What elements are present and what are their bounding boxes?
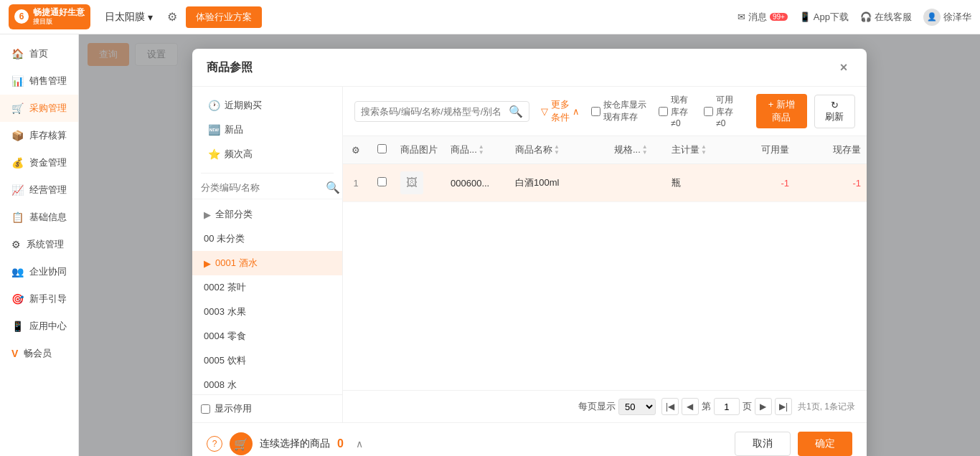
headset-icon: 🎧 (860, 11, 872, 22)
category-0001[interactable]: ▶ 0001 酒水 (192, 251, 342, 275)
pg-prev-button[interactable]: ◀ (682, 398, 699, 415)
category-0002[interactable]: 0002 茶叶 (192, 275, 342, 300)
page-number-input[interactable] (714, 398, 740, 415)
pagination-controls: |◀ ◀ 第 页 ▶ ▶| (661, 398, 792, 415)
checkbox-available-label: 可用库存≠0 (716, 94, 742, 128)
col-code-label: 商品... (451, 143, 477, 156)
select-all-checkbox[interactable] (377, 144, 387, 153)
category-0004[interactable]: 0004 零食 (192, 324, 342, 348)
table-row[interactable]: 1 🖼 000600... 白酒100ml (343, 164, 867, 202)
row-checkbox[interactable] (377, 177, 387, 186)
sidebar-item-finance[interactable]: 💰 资金管理 (0, 149, 78, 176)
checkbox-available[interactable]: 可用库存≠0 (704, 94, 742, 128)
sidebar: 🏠 首页 📊 销售管理 🛒 采购管理 📦 库存核算 💰 资金管理 📈 经营管理 … (0, 34, 79, 456)
sidebar-label-system: 系统管理 (27, 238, 64, 251)
checkbox-available-input[interactable] (704, 107, 713, 116)
modal-close-button[interactable]: × (835, 59, 852, 76)
cell-checkbox[interactable] (369, 164, 395, 202)
checkbox-warehouse[interactable]: 按仓库显示现有库存 (591, 99, 651, 123)
sort-icon-code: ▲▼ (479, 144, 484, 156)
col-code[interactable]: 商品... ▲▼ (445, 136, 509, 164)
sidebar-item-guide[interactable]: 🎯 新手引导 (0, 285, 78, 313)
sidebar-label-basic: 基础信息 (29, 211, 67, 224)
new-icon: 🆕 (208, 124, 220, 136)
filter-label: 更多条件 (551, 98, 570, 124)
show-disabled-label[interactable]: 显示停用 (215, 402, 252, 415)
category-00[interactable]: 00 未分类 (192, 227, 342, 251)
col-available[interactable]: 可用量 (723, 136, 795, 164)
sidebar-label-sales: 销售管理 (29, 75, 67, 87)
show-disabled-checkbox[interactable] (201, 404, 210, 414)
sidebar-label-business: 经营管理 (29, 184, 67, 196)
trial-button[interactable]: 体验行业方案 (186, 6, 262, 28)
sidebar-item-home[interactable]: 🏠 首页 (0, 40, 78, 67)
help-icon[interactable]: ? (207, 436, 222, 452)
sidebar-item-business[interactable]: 📈 经营管理 (0, 176, 78, 204)
pg-next-button[interactable]: ▶ (755, 398, 772, 415)
checkbox-stock[interactable]: 现有库存≠0 (659, 94, 697, 128)
sort-icon-unit: ▲▼ (701, 144, 707, 156)
sidebar-item-member[interactable]: V 畅会员 (0, 340, 78, 367)
per-page-select[interactable]: 每页显示 50 100 200 (578, 399, 656, 415)
pg-last-button[interactable]: ▶| (775, 398, 792, 415)
modal-action-bar: ? 🛒 连续选择的商品 0 ∧ 取消 确定 (192, 422, 867, 456)
refresh-button[interactable]: ↻ 刷新 (814, 95, 855, 128)
system-icon: ⚙ (11, 239, 21, 250)
category-0004-label: 0004 零食 (204, 330, 246, 343)
sidebar-label-inventory: 库存核算 (29, 129, 67, 142)
sidebar-label-collab: 企业协同 (29, 265, 67, 278)
category-all[interactable]: ▶ 全部分类 (192, 202, 342, 227)
sidebar-item-sales[interactable]: 📊 销售管理 (0, 67, 78, 95)
sidebar-item-inventory[interactable]: 📦 库存核算 (0, 122, 78, 149)
nav-dropdown[interactable]: 日太阳膜 ▾ (99, 8, 159, 27)
category-0008[interactable]: 0008 水 (192, 373, 342, 394)
app-label: App下载 (814, 11, 849, 24)
filter-button[interactable]: ▽ 更多条件 ∧ (537, 95, 584, 127)
per-page-dropdown[interactable]: 50 100 200 (618, 399, 656, 415)
sidebar-label-member: 畅会员 (24, 347, 52, 360)
avatar: 👤 (923, 9, 941, 26)
sidebar-item-purchase[interactable]: 🛒 采购管理 (0, 95, 78, 122)
sidebar-item-basic[interactable]: 📋 基础信息 (0, 204, 78, 231)
col-spec[interactable]: 规格... ▲▼ (608, 136, 666, 164)
modal-header: 商品参照 × (192, 49, 867, 87)
col-unit[interactable]: 主计量 ▲▼ (666, 136, 723, 164)
sidebar-item-system[interactable]: ⚙ 系统管理 (0, 231, 78, 258)
service-item[interactable]: 🎧 在线客服 (860, 11, 912, 24)
user-item[interactable]: 👤 徐泽华 (923, 9, 971, 26)
app-download-item[interactable]: 📱 App下载 (799, 11, 849, 24)
action-bar-right: 取消 确定 (735, 432, 852, 456)
tab-recent-label: 近期购买 (225, 99, 262, 112)
tab-new[interactable]: 🆕 新品 (201, 118, 334, 141)
message-item[interactable]: ✉ 消息 99+ (738, 11, 788, 24)
logo[interactable]: 6 畅捷通好生意 搜目版 (9, 4, 90, 29)
checkbox-warehouse-input[interactable] (591, 107, 600, 116)
category-0005[interactable]: 0005 饮料 (192, 348, 342, 373)
tab-frequent[interactable]: ⭐ 频次高 (201, 143, 334, 166)
search-submit-icon[interactable]: 🔍 (509, 105, 523, 118)
col-stock[interactable]: 现存量 (795, 136, 867, 164)
add-product-button[interactable]: + 新增商品 (756, 94, 807, 128)
col-image: 商品图片 (395, 136, 445, 164)
table-header-row: ⚙ 商品图片 商品... ▲▼ (343, 136, 867, 164)
sidebar-item-collab[interactable]: 👥 企业协同 (0, 258, 78, 285)
collapse-icon[interactable]: ∧ (351, 435, 368, 452)
category-0005-label: 0005 饮料 (204, 354, 246, 367)
thumb-placeholder: 🖼 (406, 176, 418, 189)
search-icon[interactable]: 🔍 (326, 181, 340, 194)
confirm-button[interactable]: 确定 (798, 432, 852, 456)
category-0003[interactable]: 0003 水果 (192, 300, 342, 324)
tab-recent[interactable]: 🕐 近期购买 (201, 94, 334, 117)
product-search-input[interactable] (361, 106, 504, 117)
category-search-input[interactable] (201, 182, 321, 193)
sidebar-item-apps[interactable]: 📱 应用中心 (0, 313, 78, 340)
sales-icon: 📊 (11, 75, 24, 87)
cancel-button[interactable]: 取消 (735, 432, 791, 456)
checkbox-stock-input[interactable] (659, 107, 668, 116)
col-settings[interactable]: ⚙ (343, 136, 369, 164)
gear-icon[interactable]: ⚙ (167, 10, 177, 24)
cart-icon[interactable]: 🛒 (230, 432, 253, 455)
col-checkbox[interactable] (369, 136, 395, 164)
pg-first-button[interactable]: |◀ (661, 398, 679, 415)
col-name[interactable]: 商品名称 ▲▼ (509, 136, 608, 164)
